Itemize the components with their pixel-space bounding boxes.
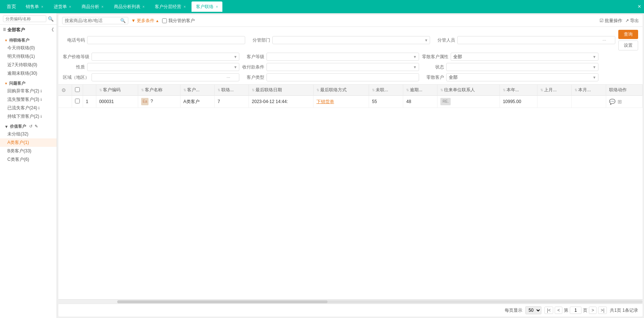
filter-nature-select[interactable] — [87, 63, 239, 71]
prev-page-btn[interactable]: < — [555, 307, 562, 314]
per-page-select[interactable]: 50 — [525, 306, 541, 314]
filter-customer-type-input[interactable] — [266, 73, 419, 81]
filter-region-input[interactable]: ··· — [92, 73, 239, 81]
filter-retail: 零散客户 全部 ▼ — [422, 73, 598, 81]
th-name[interactable]: ⇅客户名称 — [138, 85, 180, 96]
th-contact-person[interactable]: ⇅往来单位联系人 — [437, 85, 500, 96]
query-btn[interactable]: 查询 — [618, 30, 638, 39]
th-this-month[interactable]: ⇅本月... — [572, 85, 606, 96]
filter-dept-select[interactable] — [272, 36, 430, 44]
th-checkbox — [72, 85, 83, 96]
toolbar: 🔍 ▼ 更多条件 ▲ 我分管的客户 ☑ 批量操作 ↗ 导出 — [58, 15, 643, 27]
filter-customer-grade-label: 客户等级 — [242, 54, 264, 60]
problem-customers-label[interactable]: ▼ 问题客户 — [0, 79, 57, 87]
filter-more-btn[interactable]: ▼ 更多条件 ▲ — [131, 18, 159, 24]
nav-tab-analysis-list[interactable]: 商品分析列表 × — [110, 1, 149, 12]
th-last-contact-method[interactable]: ⇅最后联络方式 — [313, 85, 369, 96]
last-page-btn[interactable]: >| — [598, 307, 607, 314]
filter-retail-select[interactable]: 全部 — [446, 73, 598, 81]
sidebar-item-today[interactable]: 今天待联络(0) — [0, 44, 57, 52]
sidebar-item-7days[interactable]: 近7天待联络(0) — [0, 61, 57, 69]
nav-tab-analysis[interactable]: 商品分析 × — [77, 1, 108, 12]
close-tab-sales[interactable]: × — [41, 5, 43, 9]
sidebar-search-input[interactable] — [3, 15, 46, 22]
th-contact-count[interactable]: ⇅联络... — [214, 85, 248, 96]
page-input[interactable] — [570, 307, 582, 314]
th-last-contact-date[interactable]: ⇅最后联络日期 — [249, 85, 314, 96]
filter-retail-attr-select[interactable]: 全部 — [451, 53, 598, 61]
filter-status-select[interactable] — [446, 63, 598, 71]
qr-icon[interactable]: ⊞ — [618, 99, 622, 105]
first-page-btn[interactable]: |< — [544, 307, 553, 314]
settings-icon[interactable]: ⚙ — [61, 87, 66, 93]
note-icon[interactable]: 💬 — [609, 99, 615, 105]
batch-ops-btn[interactable]: ☑ 批量操作 — [600, 18, 622, 24]
sidebar-item-lost[interactable]: 已流失客户(24) ℹ — [0, 104, 57, 112]
my-customer-checkbox-label[interactable]: 我分管的客户 — [162, 18, 195, 24]
close-tab-customer-contact[interactable]: × — [216, 5, 218, 9]
filter-customer-grade-select[interactable] — [266, 53, 419, 61]
close-tab-customer-tier[interactable]: × — [183, 5, 186, 9]
th-no-contact[interactable]: ⇅未联... — [369, 85, 403, 96]
filter-row-4: 区域（地区） ··· 客户类型 零散客户 全部 ▼ — [63, 73, 638, 81]
search-input[interactable] — [65, 18, 119, 23]
horizontal-scrollbar[interactable] — [58, 299, 643, 304]
filter-row-1: 电话号码 分管部门 ▼ 分管人员 ··· 查询 设置 — [63, 30, 638, 50]
sidebar-item-a-class[interactable]: A类客户(1) — [0, 138, 57, 147]
export-btn[interactable]: ↗ 导出 — [625, 18, 639, 24]
value-customers-label[interactable]: ▼ 价值客户 ↺ ✎ — [0, 122, 57, 130]
filter-payment-select[interactable] — [266, 63, 419, 71]
search-icon[interactable]: 🔍 — [120, 18, 126, 23]
sidebar-item-tomorrow[interactable]: 明天待联络(1) — [0, 52, 57, 61]
filter-retail-attr: 零散客户属性 全部 ▼ — [422, 53, 598, 61]
sidebar-search-icon[interactable]: 🔍 — [48, 16, 54, 22]
settings-btn[interactable]: 设置 — [618, 40, 638, 50]
th-overdue[interactable]: ⇅逾期... — [403, 85, 437, 96]
close-tab-analysis-list[interactable]: × — [143, 5, 145, 9]
nav-tab-sales[interactable]: 销售单 × — [21, 1, 48, 12]
pending-contact-label[interactable]: ▼ 待联络客户 — [0, 36, 57, 44]
filter-price-grade-select[interactable] — [92, 53, 239, 61]
th-year-amount[interactable]: ⇅本年... — [500, 85, 537, 96]
sidebar-item-c-class[interactable]: C类客户(6) — [0, 155, 57, 164]
filter-phone-label: 电话号码 — [63, 37, 85, 43]
filter-person-input[interactable]: ··· — [457, 36, 615, 44]
select-all-checkbox[interactable] — [75, 87, 80, 92]
filter-phone-input[interactable] — [87, 36, 245, 44]
edit-icon[interactable]: ✎ — [35, 124, 38, 129]
td-last-month — [537, 96, 572, 108]
refresh-icon[interactable]: ↺ — [29, 124, 32, 129]
collapse-icon[interactable]: 《 — [49, 27, 54, 33]
sidebar-item-lostwarning[interactable]: 流失预警客户(3) ℹ — [0, 95, 57, 104]
row-checkbox[interactable] — [75, 99, 80, 103]
th-code[interactable]: ⇅客户编码 — [96, 85, 138, 96]
sidebar-item-repurchase[interactable]: 回购异常客户(2) ℹ — [0, 87, 57, 95]
toolbar-right: ☑ 批量操作 ↗ 导出 — [600, 18, 639, 24]
last-contact-link[interactable]: 下销货单 — [316, 99, 334, 104]
sidebar-item-declining[interactable]: 持续下滑客户(2) ℹ — [0, 112, 57, 121]
close-tab-purchase[interactable]: × — [69, 5, 71, 9]
filter-status-wrap: ▼ — [446, 63, 598, 71]
nav-tab-customer-contact[interactable]: 客户联络 × — [192, 1, 222, 12]
nav-tab-customer-tier[interactable]: 客户分层经营 × — [150, 1, 190, 12]
filter-panel: 电话号码 分管部门 ▼ 分管人员 ··· 查询 设置 — [58, 27, 643, 85]
filter-retail-attr-wrap: 全部 ▼ — [451, 53, 598, 61]
filter-region: 区域（地区） ··· — [63, 73, 239, 81]
nav-tab-purchase[interactable]: 进货单 × — [49, 1, 76, 12]
next-page-btn[interactable]: > — [589, 307, 597, 314]
customer-avatar: Ea — [141, 98, 149, 105]
scrollbar-thumb[interactable] — [117, 300, 328, 303]
sidebar-item-b-class[interactable]: B类客户(33) — [0, 147, 57, 155]
sidebar-item-overdue[interactable]: 逾期未联络(30) — [0, 69, 57, 78]
td-last-method[interactable]: 下销货单 — [313, 96, 369, 108]
sidebar-item-ungroup[interactable]: 未分组(32) — [0, 130, 57, 138]
close-all-tabs[interactable]: × — [638, 3, 641, 10]
th-type[interactable]: ⇅客户... — [180, 85, 214, 96]
nav-home[interactable]: 首页 — [3, 3, 20, 10]
th-settings: ⚙ — [58, 85, 72, 96]
my-customer-checkbox[interactable] — [162, 18, 167, 23]
filter-price-grade: 客户价格等级 ▼ — [63, 53, 239, 61]
sidebar-all-customers[interactable]: ⠿ 全部客户 《 — [0, 25, 57, 35]
th-last-month[interactable]: ⇅上月... — [537, 85, 572, 96]
close-tab-analysis[interactable]: × — [101, 5, 104, 9]
